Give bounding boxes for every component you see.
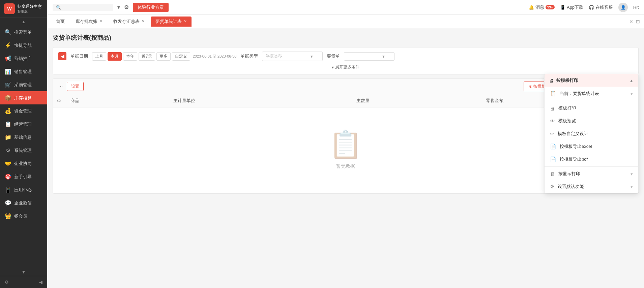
- dropdown-close-btn[interactable]: ▲: [629, 78, 634, 83]
- messages-label: 消息: [535, 4, 544, 10]
- edit-icon: ✏: [550, 131, 554, 137]
- printer-header-icon: 🖨: [549, 78, 554, 83]
- cart-icon: 🛒: [5, 82, 11, 88]
- topbar-gear-icon[interactable]: ▾: [117, 4, 120, 10]
- search-icon: 🔍: [5, 29, 11, 35]
- goods-filter-label: 要货单: [327, 53, 340, 59]
- sidebar-item-operations[interactable]: 📋 经营管理: [0, 118, 47, 131]
- app-logo: W 畅赢通好生意 标准版: [0, 0, 47, 18]
- box-icon: 📦: [5, 95, 11, 101]
- date-btn-more[interactable]: 更多: [156, 52, 171, 61]
- sidebar-item-appcenter[interactable]: 📱 应用中心: [0, 183, 47, 196]
- online-service-btn[interactable]: 🎧 在线客服: [589, 4, 613, 10]
- col-unit: 主计量单位: [169, 94, 352, 107]
- table-more-btn[interactable]: ···: [57, 84, 64, 90]
- type-filter-select[interactable]: 单据类型 ▾: [262, 52, 323, 61]
- sidebar-item-sales[interactable]: 📊 销售管理: [0, 65, 47, 78]
- messages-btn[interactable]: 🔔 消息 99+: [529, 4, 555, 10]
- close-window-btn[interactable]: ✕: [629, 19, 633, 24]
- col-goods: 商品: [66, 94, 169, 107]
- sidebar-item-newguide[interactable]: 🎯 新手引导: [0, 170, 47, 183]
- dropdown-export-excel[interactable]: 📄 按模板导出excel: [545, 140, 638, 153]
- filter-collapse-btn[interactable]: ◀: [58, 52, 66, 60]
- avatar[interactable]: 👤: [618, 3, 628, 12]
- sidebar-item-marketing[interactable]: 📢 营销推广: [0, 52, 47, 65]
- app-download-btn[interactable]: 📱 App下载: [560, 4, 583, 10]
- topbar-search[interactable]: 🔍: [53, 4, 113, 11]
- clipboard-icon: 📋: [5, 121, 11, 127]
- dropdown-current-item[interactable]: 📋 当前：要货单统计表 ▾: [545, 87, 638, 100]
- expand-more-btn[interactable]: ▾ 展开更多条件: [58, 64, 633, 70]
- sidebar-item-enterprise-wechat[interactable]: 💬 企业微信: [0, 196, 47, 210]
- sidebar-item-system[interactable]: ⚙ 系统管理: [0, 144, 47, 157]
- trial-button[interactable]: 体验行业方案: [133, 3, 169, 12]
- dropdown-template-design[interactable]: ✏ 模板自定义设计: [545, 127, 638, 140]
- sidebar-item-finance[interactable]: 💰 资金管理: [0, 104, 47, 118]
- sidebar-item-shortcut[interactable]: ⚡ 快捷导航: [0, 39, 47, 52]
- folder-icon: 📁: [5, 134, 11, 140]
- dropdown-header: 🖨 按模板打印 ▲: [545, 74, 638, 87]
- tab-close-btn[interactable]: ✕: [99, 19, 103, 24]
- dropdown-export-pdf[interactable]: 📄 按模板导出pdf: [545, 153, 638, 166]
- tab-home[interactable]: 首页: [51, 17, 69, 27]
- app-version: 标准版: [18, 9, 42, 14]
- sidebar-collapse-icon[interactable]: ◀: [39, 280, 42, 285]
- goods-filter-select[interactable]: ▾: [344, 52, 394, 61]
- item-label: 模板自定义设计: [558, 131, 633, 137]
- date-range-text: 2023-06-01 至 2023-06-30: [193, 54, 237, 59]
- sidebar-item-basic[interactable]: 📁 基础信息: [0, 131, 47, 144]
- sidebar-item-search[interactable]: 🔍 搜索菜单: [0, 26, 47, 39]
- sidebar-item-member[interactable]: 👑 畅会员: [0, 210, 47, 223]
- col-quantity: 主数量: [352, 94, 482, 107]
- item-label: 模板预览: [558, 118, 633, 124]
- select-arrow-icon: ▾: [311, 54, 313, 59]
- maximize-btn[interactable]: ⊡: [636, 19, 640, 24]
- pdf-icon: 📄: [550, 156, 556, 162]
- tab-receipt-summary[interactable]: 收发存汇总表 ✕: [109, 17, 149, 27]
- sidebar-item-cooperation[interactable]: 🤝 企业协同: [0, 157, 47, 170]
- app-download-label: App下载: [567, 4, 583, 10]
- date-btn-custom[interactable]: 自定义: [172, 52, 190, 61]
- dropdown-template-preview[interactable]: 👁 模板预览: [545, 115, 638, 127]
- dropdown-template-print[interactable]: 🖨 模板打印: [545, 102, 638, 115]
- date-btn-last-month[interactable]: 上月: [92, 52, 106, 61]
- select-arrow-icon2: ▾: [382, 54, 385, 59]
- target-icon: 🎯: [5, 173, 11, 180]
- tab-close-btn[interactable]: ✕: [184, 19, 187, 24]
- tab-close-btn[interactable]: ✕: [142, 19, 145, 24]
- sub-arrow-icon: ▾: [631, 171, 633, 177]
- sidebar-item-label: 系统管理: [14, 148, 32, 154]
- dropdown-default-func[interactable]: ⚙ 设置默认功能 ▾: [545, 180, 638, 193]
- sidebar-settings-icon[interactable]: ⚙: [5, 280, 9, 285]
- item-label: 按模板导出excel: [560, 143, 633, 150]
- expand-label: 展开更多条件: [335, 64, 359, 70]
- scroll-up-btn[interactable]: ▲: [0, 18, 47, 26]
- tab-label: 首页: [56, 19, 65, 25]
- date-btn-this-year[interactable]: 本年: [123, 52, 137, 61]
- tab-label: 收发存汇总表: [113, 19, 140, 25]
- tab-order-stats[interactable]: 要货单统计表 ✕: [151, 17, 192, 27]
- sidebar-item-label: 营销推广: [14, 56, 32, 62]
- date-btn-last-7days[interactable]: 近7天: [139, 52, 155, 61]
- sidebar-item-label: 应用中心: [14, 187, 32, 193]
- topbar: 🔍 ▾ ⚙ 体验行业方案 🔔 消息 99+ 📱 App下载 🎧 在线客服 👤 R…: [47, 0, 644, 15]
- dropdown-title: 按模板打印: [556, 77, 578, 84]
- sub-arrow-icon: ▾: [631, 184, 633, 189]
- empty-text: 暂无数据: [336, 163, 355, 169]
- item-label: 按显示打印: [558, 171, 627, 177]
- settings-button[interactable]: 设置: [67, 82, 84, 91]
- user-name: Rit: [633, 5, 639, 10]
- tab-label: 库存批次账: [76, 19, 97, 25]
- sidebar-item-purchase[interactable]: 🛒 采购管理: [0, 78, 47, 91]
- date-btn-this-month[interactable]: 本月: [108, 52, 122, 61]
- main-area: 🔍 ▾ ⚙ 体验行业方案 🔔 消息 99+ 📱 App下载 🎧 在线客服 👤 R…: [47, 0, 644, 288]
- tab-inventory-batch[interactable]: 库存批次账 ✕: [71, 17, 107, 27]
- topbar-settings-icon[interactable]: ⚙: [124, 4, 129, 10]
- tabs-bar: 首页 库存批次账 ✕ 收发存汇总表 ✕ 要货单统计表 ✕ ✕ ⊡: [47, 15, 644, 28]
- dropdown-display-print[interactable]: 🖥 按显示打印 ▾: [545, 167, 638, 180]
- sidebar-item-inventory[interactable]: 📦 库存核算: [0, 91, 47, 104]
- scroll-down-btn[interactable]: ▼: [0, 268, 47, 276]
- online-service-label: 在线客服: [595, 4, 613, 10]
- sidebar-item-label: 基础信息: [14, 134, 32, 140]
- search-icon: 🔍: [56, 5, 61, 10]
